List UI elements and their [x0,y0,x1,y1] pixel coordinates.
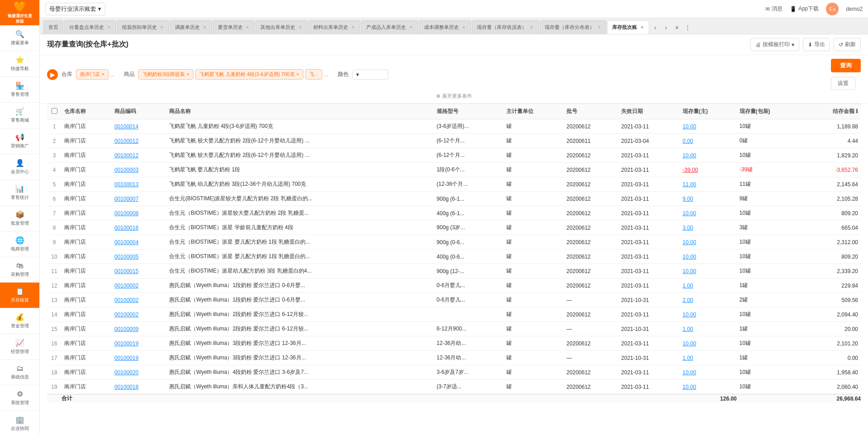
template-print-dropdown[interactable]: ▾ [792,42,794,48]
warehouse-tag-nanang[interactable]: 南岸门店 × [76,69,108,80]
warehouse-tag-close[interactable]: × [102,72,104,77]
sidebar-item-member[interactable]: 👤 会员中心 [0,154,39,180]
color-select[interactable]: ▾ [352,70,388,80]
tab-tiaopi[interactable]: 调拨单历史 × [170,20,212,34]
cell-qty-main[interactable]: 1.00 [680,322,737,336]
tab-menu-btn[interactable]: ⋮ [683,21,693,34]
cell-code[interactable]: 00100004 [112,235,166,250]
sidebar-item-retail[interactable]: 🏪 零售管理 [0,77,39,103]
tab-kucun-close[interactable]: × [640,24,644,30]
tab-yaohuo[interactable]: 要货单历史 × [213,20,255,34]
cell-qty-main[interactable]: 10.00 [680,336,737,351]
tab-zuchai-close[interactable]: × [160,24,164,30]
tab-zuchai[interactable]: 组装拆卸单历史 × [117,20,169,34]
cell-code[interactable]: 00100019 [112,336,166,351]
cell-code[interactable]: 00100016 [112,221,166,235]
tab-cailiao-close[interactable]: × [351,24,355,30]
tab-cailiao[interactable]: 材料出库单历史 × [308,20,360,34]
cell-qty-main[interactable]: 10.00 [680,365,737,380]
sidebar-item-shop[interactable]: 🛒 零售商城 [0,103,39,128]
tab-fenpan-close[interactable]: × [107,24,111,30]
cell-qty-main[interactable]: 2.00 [680,293,737,307]
cell-code[interactable]: 00100008 [112,206,166,221]
warehouse-more[interactable]: ... [110,71,115,78]
cell-qty-main[interactable]: 10.00 [680,206,737,221]
cell-qty-main[interactable]: 1.00 [680,351,737,365]
refresh-btn[interactable]: ↺ 刷新 [834,38,861,51]
export-btn[interactable]: ⬇ 导出 [803,38,830,51]
cell-qty-main[interactable]: 11.00 [680,177,737,192]
tab-xianzai2-close[interactable]: × [597,24,602,30]
product-tag-2[interactable]: 飞鹤星飞帆 儿童奶粉 4段(3-6岁适用) 700克 × [195,69,303,80]
cell-qty-main[interactable]: 10.00 [680,264,737,278]
message-btn[interactable]: ✉ 消息 [765,5,783,13]
product-tag-3[interactable]: 飞... [305,69,322,80]
cell-code[interactable]: 00100019 [112,351,166,365]
cell-qty-main[interactable]: 10.00 [680,380,737,395]
sidebar-item-stats[interactable]: 📊 零售统计 [0,180,39,206]
sidebar-item-inventory[interactable]: 📋 库存核算 [0,283,39,308]
cell-qty-main[interactable]: 0.00 [680,134,737,148]
product-tag-1[interactable]: 飞鹤奶粉3段两提装 × [138,69,193,80]
cell-code[interactable]: 00100002 [112,278,166,293]
tab-tiaopi-close[interactable]: × [203,24,207,30]
tab-kucun[interactable]: 库存批次账 × [607,20,649,34]
cell-code[interactable]: 00100014 [112,119,166,134]
tab-next-btn[interactable]: › [661,21,671,34]
tab-yaohuo-close[interactable]: × [245,24,250,30]
sidebar-item-marketing[interactable]: 📢 营销推广 [0,128,39,154]
tab-qita[interactable]: 其他出库单历史 × [255,20,307,34]
tab-xianzai1-close[interactable]: × [529,24,534,30]
sidebar-item-base[interactable]: 🗂 基础信息 [0,360,39,385]
cell-qty-main[interactable]: 10.00 [680,119,737,134]
cell-code[interactable]: 00100007 [112,192,166,206]
sidebar-item-batch[interactable]: 📦 批发管理 [0,206,39,231]
cell-code[interactable]: 00100005 [112,250,166,264]
product-tag-2-close[interactable]: × [297,72,299,77]
user-avatar[interactable]: Ea [826,3,839,15]
product-more[interactable]: ... [324,71,329,78]
tab-close-all-btn[interactable]: × [672,21,682,34]
sidebar-item-finance[interactable]: 💰 资金管理 [0,308,39,334]
query-btn[interactable]: 查询 [831,59,861,72]
tab-chanpin-close[interactable]: × [409,24,413,30]
filter-expand-btn[interactable]: ▶ [47,69,58,80]
select-all-checkbox[interactable] [52,108,57,114]
org-selector[interactable]: 母婴行业演示账套 ▾ [45,3,105,15]
tab-qita-close[interactable]: × [298,24,302,30]
cell-qty-main[interactable]: 10.00 [680,250,737,264]
tab-prev-btn[interactable]: ‹ [650,21,660,34]
template-print-btn[interactable]: 🖨 按模板打印 ▾ [750,38,799,51]
sidebar-item-system[interactable]: ⚙ 系统管理 [0,385,39,411]
cell-code[interactable]: 00100012 [112,148,166,163]
cell-code[interactable]: 00100018 [112,380,166,395]
tab-chanpin[interactable]: 产成品入库单历史 × [361,20,418,34]
cell-code[interactable]: 00100002 [112,293,166,307]
settings-btn[interactable]: 设置 [831,77,855,90]
tab-xianzai2[interactable]: 现存量（库存分布表） × [540,20,607,34]
cell-code[interactable]: 00100003 [112,163,166,177]
sidebar-item-nav[interactable]: ⭐ 快捷导航 [0,51,39,77]
cell-code[interactable]: 00100015 [112,264,166,278]
cell-qty-main[interactable]: -39.00 [680,163,737,177]
app-download-btn[interactable]: 📱 App下载 [790,5,819,13]
cell-qty-main[interactable]: 3.00 [680,221,737,235]
col-checkbox[interactable] [47,104,61,119]
tab-chengben[interactable]: 成本调整单历史 × [419,20,471,34]
product-tag-1-close[interactable]: × [187,72,189,77]
sidebar-item-operation[interactable]: 📈 经营管理 [0,334,39,360]
filter-expand-row[interactable]: ⊕ 展开更多条件 [47,93,861,99]
sidebar-item-purchase[interactable]: 🛍 采购管理 [0,257,39,283]
tab-xianzai1[interactable]: 现存量（库存状况表） × [472,20,539,34]
cell-code[interactable]: 00100012 [112,134,166,148]
cell-qty-main[interactable]: 9.00 [680,192,737,206]
cell-qty-main[interactable]: 1.00 [680,278,737,293]
cell-code[interactable]: 00100009 [112,322,166,336]
sidebar-item-enterprise[interactable]: 🏢 企业协同 [0,411,39,434]
sidebar-item-ecommerce[interactable]: 🌐 电商管理 [0,231,39,257]
cell-code[interactable]: 00100002 [112,307,166,322]
tab-fenpan[interactable]: 分量盘点单历史 × [64,20,116,34]
cell-code[interactable]: 00100013 [112,177,166,192]
tab-home[interactable]: 首页 [43,20,63,34]
cell-qty-main[interactable]: 10.00 [680,307,737,322]
